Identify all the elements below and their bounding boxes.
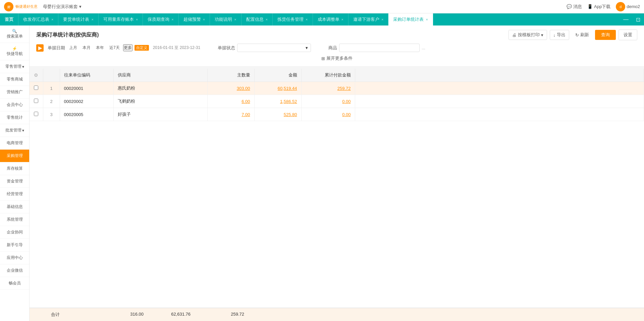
row-checkbox[interactable] — [30, 95, 43, 108]
filter-row-1: ▶ 单据日期 上月 本月 本年 近7天 更多 自定义 — [36, 44, 637, 52]
export-button[interactable]: ↓ 导出 — [550, 30, 570, 40]
sidebar-item-ecommerce[interactable]: 电商管理 — [0, 137, 29, 150]
close-icon[interactable]: × — [136, 17, 138, 21]
table-body: 1 00020001 惠氏奶粉 303.00 60,519.44 259.72 … — [30, 82, 644, 121]
sidebar-item-enterprise[interactable]: 企业协同 — [0, 226, 29, 239]
message-button[interactable]: 💬 消息 — [567, 4, 582, 10]
sidebar-item-label: 零售商城 — [1, 76, 28, 82]
sidebar-item-wechat[interactable]: 企业微信 — [0, 264, 29, 277]
sidebar-item-new-guide[interactable]: 新手引导 — [0, 239, 29, 252]
sidebar-item-retail[interactable]: 零售管理 ▾ — [0, 60, 29, 73]
qty-link[interactable]: 7.00 — [241, 112, 250, 117]
workspace-selector[interactable]: 母婴行业演示账套 ▾ — [40, 2, 84, 11]
checkbox[interactable] — [34, 99, 38, 103]
tab-label: 邀请下游客户 — [353, 16, 379, 22]
query-button[interactable]: 查询 — [595, 30, 616, 40]
user-profile[interactable]: d demo2 — [616, 2, 640, 11]
date-shortcut-last-7days[interactable]: 近7天 — [107, 44, 122, 51]
checkbox[interactable] — [34, 112, 38, 116]
tab-purchase-summary[interactable]: 采购订单统计表 × — [388, 13, 433, 25]
sidebar-item-purchase[interactable]: 采购管理 — [0, 150, 29, 162]
close-icon[interactable]: × — [203, 17, 205, 21]
sidebar-item-quicknav[interactable]: ⚡ 快捷导航 — [0, 43, 29, 60]
tab-invite-downstream[interactable]: 邀请下游客户 × — [348, 13, 388, 25]
sidebar-item-marketing[interactable]: 营销推广 — [0, 86, 29, 99]
tab-available-stock[interactable]: 可用量库存账本 × — [99, 13, 143, 25]
date-shortcut-last-month[interactable]: 上月 — [67, 44, 79, 51]
amount-link[interactable]: 525.80 — [284, 112, 297, 117]
tab-order-summary[interactable]: 要货单统计表 × — [58, 13, 98, 25]
close-icon[interactable]: × — [266, 17, 268, 21]
settings-button[interactable]: 设置 — [619, 30, 637, 40]
checkbox[interactable] — [34, 86, 38, 90]
tab-home[interactable]: 首页 — [0, 13, 18, 25]
date-shortcut-this-month[interactable]: 本月 — [80, 44, 93, 51]
sidebar-item-retail-mall[interactable]: 零售商城 — [0, 73, 29, 86]
row-checkbox[interactable] — [30, 82, 43, 95]
sidebar-item-basic-info[interactable]: 基础信息 — [0, 201, 29, 213]
goods-input[interactable] — [339, 44, 420, 52]
close-icon[interactable]: × — [341, 17, 343, 21]
table-container: ⚙ 往来单位编码 供应商 主数量 金额 累计付款金额 — [30, 69, 644, 321]
tab-overstock-warning[interactable]: 超储预警 × — [179, 13, 210, 25]
col-header-paid: 累计付款金额 — [301, 69, 355, 82]
sidebar-item-system[interactable]: 系统管理 — [0, 213, 29, 226]
close-icon[interactable]: × — [171, 17, 173, 21]
sidebar-item-member-program[interactable]: 畅会员 — [0, 277, 29, 290]
col-header-code: 往来单位编码 — [60, 69, 113, 82]
close-icon[interactable]: × — [51, 17, 53, 21]
amount-link[interactable]: 60,519.44 — [278, 86, 297, 91]
filter-toggle-button[interactable]: ▶ — [36, 44, 44, 52]
sidebar-item-retail-stats[interactable]: 零售统计 — [0, 111, 29, 124]
settings-icon[interactable]: ⚙ — [34, 72, 38, 78]
tab-expiry-query[interactable]: 保质期查询 × — [143, 13, 178, 25]
date-more-button[interactable]: 更多 — [123, 44, 132, 51]
paid-link[interactable]: 259.72 — [337, 86, 351, 91]
qty-link[interactable]: 6.00 — [241, 99, 250, 104]
tab-cost-adjust[interactable]: 成本调整单 × — [313, 13, 348, 25]
col-header-amount: 金额 — [254, 69, 301, 82]
qty-link[interactable]: 303.00 — [237, 86, 250, 91]
sidebar-item-wholesale[interactable]: 批发管理 ▾ — [0, 124, 29, 137]
tab-config-info[interactable]: 配置信息 × — [241, 13, 273, 25]
expand-more-button[interactable]: ⊞ 展开更多条件 — [321, 55, 353, 61]
sidebar-item-inventory[interactable]: 库存核算 — [0, 162, 29, 175]
date-shortcut-this-year[interactable]: 本年 — [94, 44, 106, 51]
tab-label: 配置信息 — [246, 16, 264, 22]
app-download-button[interactable]: 📱 App下载 — [587, 4, 610, 10]
more-options-icon[interactable]: ... — [422, 45, 425, 50]
page-header: 采购订单统计表(按供应商) 🖨 按模板打印 ▾ ↓ 导出 ↻ 刷新 — [30, 25, 644, 66]
row-paid: 0.00 — [301, 95, 355, 108]
tab-function-desc[interactable]: 功能说明 × — [210, 13, 241, 25]
expand-icon: ⊞ — [321, 56, 325, 61]
sidebar-item-app-center[interactable]: 应用中心 — [0, 252, 29, 264]
close-icon[interactable]: × — [381, 17, 383, 21]
minimize-button[interactable]: — — [620, 13, 632, 25]
table-row: 1 00020001 惠氏奶粉 303.00 60,519.44 259.72 — [30, 82, 644, 95]
search-icon: 🔍 — [1, 29, 28, 34]
tab-picking-tasks[interactable]: 拣货任务管理 × — [273, 13, 313, 25]
paid-link[interactable]: 0.00 — [342, 112, 351, 117]
col-header-qty: 主数量 — [207, 69, 254, 82]
user-label: demo2 — [627, 4, 640, 9]
maximize-button[interactable]: ⊡ — [632, 13, 644, 25]
close-icon[interactable]: × — [306, 17, 308, 21]
status-select[interactable]: ▾ — [237, 44, 311, 52]
close-icon[interactable]: × — [234, 17, 236, 21]
refresh-button[interactable]: ↻ 刷新 — [572, 30, 592, 40]
close-icon[interactable]: × — [91, 17, 93, 21]
sidebar-item-member[interactable]: 会员中心 — [0, 99, 29, 111]
sidebar-item-finance[interactable]: 资金管理 — [0, 175, 29, 188]
paid-link[interactable]: 0.00 — [342, 99, 351, 104]
row-code: 00020005 — [60, 108, 113, 121]
row-code: 00020002 — [60, 95, 113, 108]
row-checkbox[interactable] — [30, 108, 43, 121]
tab-receive-summary[interactable]: 收发存汇总表 × — [18, 13, 58, 25]
template-print-button[interactable]: 🖨 按模板打印 ▾ — [508, 30, 547, 40]
goods-filter-group: 商品 ... — [328, 44, 425, 52]
col-header-settings[interactable]: ⚙ — [30, 69, 43, 82]
sidebar-item-operations[interactable]: 经营管理 — [0, 188, 29, 201]
sidebar-item-search[interactable]: 🔍 搜索菜单 — [0, 25, 29, 43]
close-icon[interactable]: × — [426, 17, 428, 21]
amount-link[interactable]: 1,586.52 — [280, 99, 297, 104]
